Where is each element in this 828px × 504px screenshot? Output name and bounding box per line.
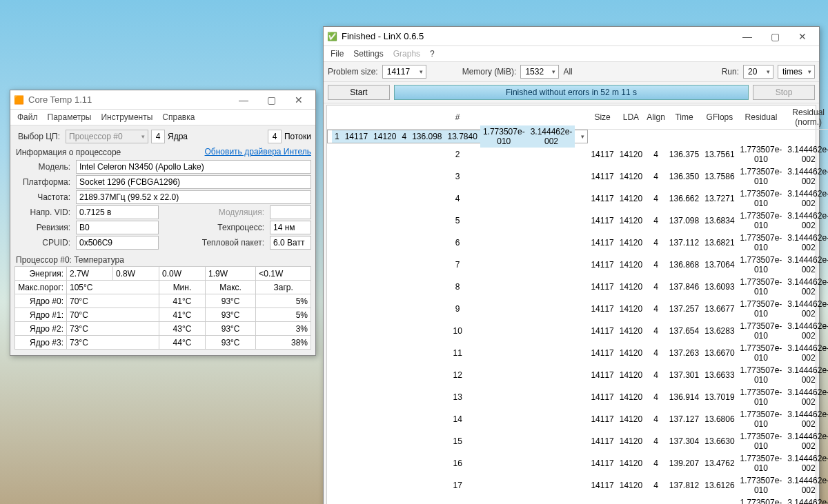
result-row[interactable]: 1414117141204137.12713.68061.773507e-010…: [327, 408, 828, 430]
result-row[interactable]: 814117141204137.84613.60931.773507e-0103…: [327, 276, 828, 298]
status-banner: Finished without errors in 52 m 11 s: [394, 85, 749, 100]
cores-val: 4: [151, 130, 165, 143]
result-cell: 11: [327, 342, 588, 364]
result-row[interactable]: 714117141204136.86813.70641.773507e-0103…: [327, 254, 828, 276]
result-cell: 4: [645, 210, 667, 232]
result-row[interactable]: 1714117141204137.81213.61261.773507e-010…: [327, 474, 828, 496]
start-button[interactable]: Start: [328, 85, 390, 100]
result-row[interactable]: 414117141204136.66213.72711.773507e-0103…: [327, 188, 828, 210]
col-header[interactable]: GFlops: [702, 105, 737, 130]
result-cell: 137.263: [667, 342, 702, 364]
result-row[interactable]: 914117141204137.25713.66771.773507e-0103…: [327, 298, 828, 320]
result-cell: 3.144462e-002: [785, 188, 828, 210]
result-cell: 4: [645, 430, 667, 452]
coretemp-icon: 🟧: [13, 94, 24, 105]
result-row[interactable]: 1614117141204139.20713.47621.773507e-010…: [327, 452, 828, 474]
mod-val: [270, 205, 311, 219]
close-button[interactable]: ✕: [285, 91, 313, 109]
result-cell: 1.773507e-010: [738, 188, 785, 210]
result-cell: 4: [645, 364, 667, 386]
result-cell: 14117: [588, 452, 616, 474]
menu-file[interactable]: Файл: [17, 112, 38, 122]
results-panel: #SizeLDAAlignTimeGFlopsResidualResidual …: [326, 105, 816, 504]
result-cell: 4: [645, 143, 667, 165]
result-cell: 3.144462e-002: [785, 143, 828, 165]
memory-select[interactable]: 1532: [520, 65, 559, 79]
close-button[interactable]: ✕: [789, 28, 816, 46]
result-row[interactable]: 1014117141204137.65413.62831.773507e-010…: [327, 320, 828, 342]
core-row: Ядро #0:70°C41°C93°C5%: [15, 294, 311, 308]
result-cell: 14120: [617, 298, 645, 320]
all-label[interactable]: All: [563, 67, 572, 77]
result-cell: 137.304: [667, 430, 702, 452]
cpu-select-label: Выбор ЦП:: [14, 132, 63, 141]
times-select[interactable]: times: [778, 65, 815, 79]
col-header[interactable]: Residual: [738, 105, 785, 130]
result-row[interactable]: 1314117141204136.91413.70191.773507e-010…: [327, 386, 828, 408]
tdp-val: 6.0 Ватт: [270, 236, 311, 250]
cpuid-val: 0x506C9: [76, 236, 159, 250]
update-drivers-link[interactable]: Обновить драйвера Интель: [205, 147, 311, 157]
core-min: 44°C: [159, 336, 205, 350]
result-cell: 14117: [588, 496, 616, 504]
linx-titlebar[interactable]: ✅ Finished - LinX 0.6.5 — ▢ ✕: [324, 27, 819, 46]
maximize-button[interactable]: ▢: [257, 91, 285, 109]
core-min: 41°C: [159, 308, 205, 322]
problem-size-select[interactable]: 14117: [382, 65, 426, 79]
temp-table: Энергия: 2.7W 0.8W 0.0W 1.9W <0.1W Макс.…: [14, 266, 311, 350]
result-cell: 1.773507e-010: [738, 364, 785, 386]
result-cell: 136.098: [409, 130, 444, 143]
result-row[interactable]: 214117141204136.37513.75611.773507e-0103…: [327, 143, 828, 165]
result-cell: 139.207: [667, 452, 702, 474]
result-row[interactable]: 1514117141204137.30413.66301.773507e-010…: [327, 430, 828, 452]
menu-help[interactable]: Справка: [162, 112, 195, 122]
result-row[interactable]: 1214117141204137.30113.66331.773507e-010…: [327, 364, 828, 386]
result-cell: 14120: [617, 143, 645, 165]
result-cell: 15: [327, 430, 588, 452]
cpu-select-combo[interactable]: Процессор #0: [66, 130, 148, 143]
result-cell: 14120: [617, 254, 645, 276]
energy-v1: 0.8W: [112, 267, 159, 281]
maximize-button[interactable]: ▢: [761, 28, 789, 46]
result-cell: 1: [332, 130, 342, 143]
result-row[interactable]: 614117141204137.11213.68211.773507e-0103…: [327, 232, 828, 254]
linx-control-bar: Start Finished without errors in 52 m 11…: [324, 82, 819, 103]
result-cell: 13.6283: [702, 320, 737, 342]
core-label: Ядро #0:: [15, 294, 67, 308]
menu-file[interactable]: File: [331, 49, 344, 59]
core-cur: 70°C: [67, 294, 159, 308]
cores-label: Ядра: [168, 132, 188, 141]
menu-params[interactable]: Параметры: [48, 112, 92, 122]
result-cell: 1.773507e-010: [738, 452, 785, 474]
result-row[interactable]: 1114117141204137.26313.66701.773507e-010…: [327, 342, 828, 364]
result-cell: 8: [327, 276, 588, 298]
col-header[interactable]: Size: [588, 105, 616, 130]
col-header[interactable]: Time: [667, 105, 702, 130]
col-header[interactable]: Residual (norm.): [785, 105, 828, 130]
coretemp-titlebar[interactable]: 🟧 Core Temp 1.11 — ▢ ✕: [10, 90, 315, 110]
result-cell: 4: [645, 342, 667, 364]
linx-title: Finished - LinX 0.6.5: [342, 31, 733, 41]
menu-settings[interactable]: Settings: [353, 49, 383, 59]
result-cell: 13.6126: [702, 474, 737, 496]
core-cur: 73°C: [67, 322, 159, 336]
col-header[interactable]: Align: [645, 105, 667, 130]
result-cell: 14120: [617, 165, 645, 188]
maxthresh-label: Макс.порог:: [15, 281, 67, 294]
result-row[interactable]: 1814117141204138.44813.55011.773507e-010…: [327, 496, 828, 504]
minimize-button[interactable]: —: [733, 28, 761, 46]
core-label: Ядро #2:: [15, 322, 67, 336]
menu-graphs[interactable]: Graphs: [393, 49, 420, 59]
core-cur: 73°C: [67, 336, 159, 350]
run-select[interactable]: 20: [743, 65, 773, 79]
threads-val: 4: [268, 130, 282, 143]
result-row[interactable]: 514117141204137.09813.68341.773507e-0103…: [327, 210, 828, 232]
menu-tools[interactable]: Инструменты: [101, 112, 152, 122]
col-header[interactable]: LDA: [617, 105, 645, 130]
result-cell: 1.773507e-010: [738, 298, 785, 320]
minimize-button[interactable]: —: [230, 91, 257, 109]
result-cell: 138.448: [667, 496, 702, 504]
result-row[interactable]: 114117141204136.09813.78401.773507e-0103…: [327, 130, 588, 143]
result-row[interactable]: 314117141204136.35013.75861.773507e-0103…: [327, 165, 828, 188]
menu-help[interactable]: ?: [430, 49, 435, 59]
